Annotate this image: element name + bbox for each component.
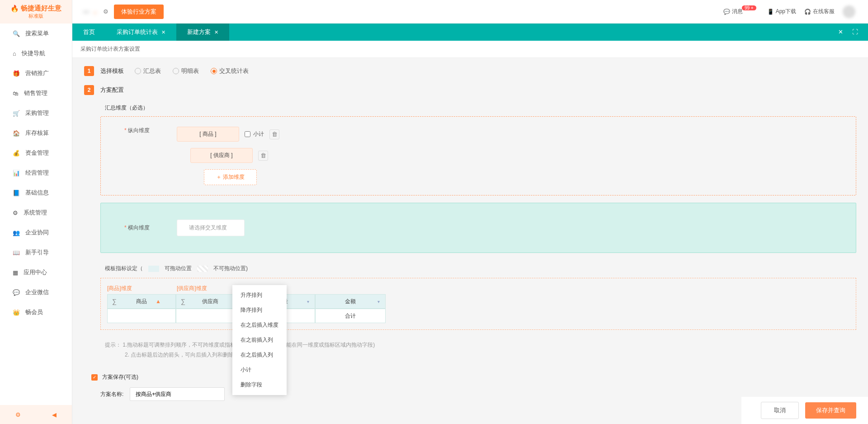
sidebar-item-10[interactable]: 👥企业协同 <box>0 223 72 243</box>
sidebar-item-label: 企业微信 <box>25 288 49 296</box>
chevron-down-icon: ⌄ <box>93 8 98 15</box>
sidebar-item-label: 销售管理 <box>24 89 47 97</box>
horizontal-dimension-box: 横向维度 请选择交叉维度 <box>100 203 856 253</box>
context-item-2[interactable]: 在之后插入维度 <box>232 318 287 333</box>
context-item-3[interactable]: 在之前插入列 <box>232 333 287 348</box>
sidebar-item-label: 应用中心 <box>24 268 47 276</box>
close-icon[interactable]: ✕ <box>161 29 165 35</box>
org-selector[interactable]: — ⌄ <box>83 8 98 15</box>
dim-node-product[interactable]: [ 商品 ] <box>177 127 239 142</box>
cancel-button[interactable]: 取消 <box>761 402 799 419</box>
sidebar-item-7[interactable]: 📊经营管理 <box>0 163 72 183</box>
experience-plan-button[interactable]: 体验行业方案 <box>114 5 164 19</box>
home-icon: ⌂ <box>13 50 16 57</box>
save-plan-checkbox[interactable]: ✓ <box>91 374 98 381</box>
search-icon: 🔍 <box>13 30 20 37</box>
cross-dimension-selector[interactable]: 请选择交叉维度 <box>177 219 245 236</box>
vertical-dim-label: 纵向维度 <box>113 127 150 134</box>
delete-node-button[interactable]: 🗑 <box>258 151 268 161</box>
delete-node-button[interactable]: 🗑 <box>269 129 279 139</box>
context-item-6[interactable]: 删除字段 <box>232 377 287 392</box>
settings-icon[interactable]: ⚙ <box>15 411 21 418</box>
team-icon: 👥 <box>13 229 20 236</box>
sort-arrow-up-icon[interactable]: ▲ <box>156 298 161 305</box>
step-1-title: 选择模板 <box>100 67 124 75</box>
tab-label: 采购订单统计表 <box>117 28 158 36</box>
brand-logo[interactable]: 🔥畅捷通好生意 标准版 <box>0 0 72 24</box>
sidebar-item-5[interactable]: 🏠库存核算 <box>0 123 72 143</box>
col-product[interactable]: ∑商品▲ <box>107 294 176 309</box>
sidebar-item-8[interactable]: 📘基础信息 <box>0 183 72 203</box>
radio-label: 交叉统计表 <box>219 67 249 75</box>
close-icon[interactable]: ✕ <box>214 29 218 35</box>
add-dimension-button[interactable]: ＋ 添加维度 <box>204 169 257 185</box>
close-tabs-icon[interactable]: ✕ <box>834 25 847 38</box>
chevron-down-icon[interactable]: ▾ <box>377 299 380 304</box>
template-radio-2[interactable]: 交叉统计表 <box>211 67 249 75</box>
step-2-badge: 2 <box>84 85 94 95</box>
sidebar-item-label: 经营管理 <box>25 169 49 177</box>
sidebar-item-13[interactable]: 💬企业微信 <box>0 282 72 302</box>
message-icon: 💬 <box>723 9 730 15</box>
sidebar-item-11[interactable]: 📖新手引导 <box>0 243 72 262</box>
sidebar-item-label: 采购管理 <box>25 109 49 117</box>
vertical-dimension-box: 纵向维度 [ 商品 ] 小计 🗑 [ 供应商 ] 🗑 ＋ 添加维度 <box>100 116 856 195</box>
apps-icon: ▦ <box>13 269 18 276</box>
radio-icon <box>173 68 179 74</box>
sidebar-item-9[interactable]: ⚙系统管理 <box>0 203 72 223</box>
message-link[interactable]: 💬消息99 + <box>723 8 759 15</box>
tab-0[interactable]: 首页 <box>72 24 106 41</box>
sigma-icon: ∑ <box>181 298 185 305</box>
customer-service-link[interactable]: 🎧在线客服 <box>804 8 835 15</box>
cart-icon: 🛒 <box>13 110 20 117</box>
subtotal-input[interactable] <box>245 131 250 137</box>
sidebar-item-4[interactable]: 🛒采购管理 <box>0 103 72 123</box>
cell-sum-amount: 合计 <box>315 309 386 323</box>
context-item-4[interactable]: 在之后插入列 <box>232 348 287 362</box>
sidebar-item-0[interactable]: 🔍搜索菜单 <box>0 24 72 43</box>
headset-icon: 🎧 <box>804 9 811 15</box>
avatar <box>843 5 855 18</box>
column-context-menu[interactable]: 升序排列降序排列在之后插入维度在之前插入列在之后插入列小计删除字段 <box>232 285 287 395</box>
sidebar-item-12[interactable]: ▦应用中心 <box>0 262 72 282</box>
plan-name-input[interactable] <box>130 387 225 401</box>
radio-label: 明细表 <box>181 67 199 75</box>
chevron-down-icon[interactable]: ▾ <box>307 299 309 304</box>
step-2-row: 2 方案配置 <box>84 85 856 95</box>
sidebar-item-2[interactable]: 🎁营销推广 <box>0 63 72 83</box>
subtotal-checkbox[interactable]: 小计 <box>245 130 264 138</box>
dim-node-supplier[interactable]: [ 供应商 ] <box>190 148 253 163</box>
sidebar-item-3[interactable]: 🛍销售管理 <box>0 83 72 103</box>
template-radio-0[interactable]: 汇总表 <box>135 67 161 75</box>
sidebar-item-6[interactable]: 💰资金管理 <box>0 143 72 163</box>
bag-icon: 🛍 <box>13 90 19 97</box>
context-item-5[interactable]: 小计 <box>232 362 287 377</box>
tab-2[interactable]: 新建方案✕ <box>176 24 229 41</box>
sigma-icon: ∑ <box>112 298 117 305</box>
tab-1[interactable]: 采购订单统计表✕ <box>106 24 176 41</box>
legend: 模板指标设定（ 可拖动位置 不可拖动位置) <box>105 265 856 272</box>
app-download-link[interactable]: 📱App下载 <box>767 8 796 15</box>
house-icon: 🏠 <box>13 130 20 137</box>
context-item-1[interactable]: 降序排列 <box>232 303 287 318</box>
col-amount[interactable]: 金额▾ <box>315 294 386 309</box>
template-radio-1[interactable]: 明细表 <box>173 67 199 75</box>
guide-icon: 📖 <box>13 249 20 256</box>
radio-icon <box>211 68 217 74</box>
sidebar-item-14[interactable]: 👑畅会员 <box>0 302 72 322</box>
user-menu[interactable] <box>843 5 857 18</box>
sidebar-footer: ⚙ ◀ <box>0 405 72 424</box>
gear-icon[interactable]: ⚙ <box>103 8 108 15</box>
sidebar-item-label: 系统管理 <box>24 209 47 217</box>
sidebar-item-label: 企业协同 <box>25 229 49 237</box>
context-item-0[interactable]: 升序排列 <box>232 288 287 303</box>
collapse-icon[interactable]: ◀ <box>52 411 57 418</box>
legend-draggable-swatch <box>148 266 159 272</box>
sidebar-item-1[interactable]: ⌂快捷导航 <box>0 43 72 63</box>
grid-head-product: [商品]维度 <box>107 285 176 292</box>
save-and-query-button[interactable]: 保存并查询 <box>805 402 856 419</box>
subtotal-label: 小计 <box>253 130 264 138</box>
fullscreen-icon[interactable]: ⛶ <box>848 25 862 38</box>
sidebar-item-label: 新手引导 <box>25 248 49 257</box>
book-icon: 📘 <box>13 190 20 196</box>
